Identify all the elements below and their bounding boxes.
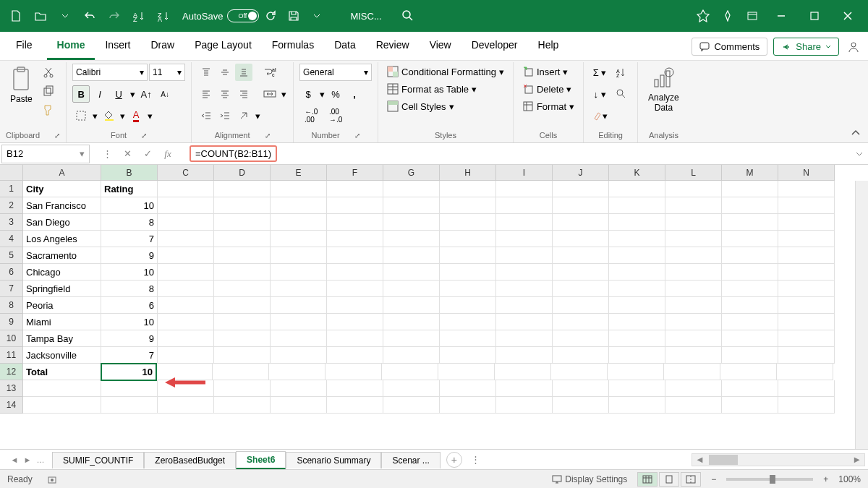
underline-button[interactable]: U [110, 85, 127, 103]
number-format-combo[interactable]: General▾ [299, 64, 372, 81]
row-header[interactable]: 3 [0, 214, 23, 231]
comments-button[interactable]: Comments [692, 38, 767, 56]
insert-cells-button[interactable]: Insert▾ [519, 64, 577, 80]
currency-icon[interactable]: $ [299, 85, 317, 103]
tab-draw[interactable]: Draw [140, 32, 184, 60]
cell[interactable]: 10 [101, 314, 158, 330]
fill-icon[interactable]: ↓ ▾ [590, 85, 610, 103]
alignment-launcher-icon[interactable]: ⤢ [265, 132, 271, 140]
row-header[interactable]: 12 [0, 364, 23, 380]
align-center-icon[interactable] [216, 85, 234, 103]
tab-review[interactable]: Review [366, 32, 420, 60]
row-header[interactable]: 4 [0, 231, 23, 247]
sheet-tab[interactable]: Scenar ... [381, 452, 440, 468]
percent-icon[interactable]: % [327, 85, 344, 103]
cell[interactable]: Miami [23, 314, 101, 330]
sheet-nav-more-icon[interactable]: … [35, 454, 46, 466]
currency-dropdown[interactable]: ▾ [318, 85, 326, 103]
orientation-icon[interactable] [235, 107, 252, 124]
view-normal-icon[interactable] [637, 472, 658, 487]
col-header-C[interactable]: C [158, 165, 214, 181]
col-header-E[interactable]: E [271, 165, 327, 181]
zoom-in-button[interactable]: + [823, 474, 828, 484]
align-top-icon[interactable] [197, 64, 215, 81]
row-header[interactable]: 13 [0, 380, 23, 397]
font-color-icon[interactable]: A [127, 107, 145, 124]
orientation-dropdown[interactable]: ▾ [254, 107, 261, 124]
borders-icon[interactable] [72, 107, 90, 124]
font-launcher-icon[interactable]: ⤢ [141, 132, 147, 140]
insert-function-icon[interactable]: fx [161, 147, 175, 161]
clear-icon[interactable]: ▾ [590, 107, 610, 124]
sort-filter-icon[interactable]: AZ [611, 64, 631, 81]
sort-asc-icon[interactable]: AZ [127, 4, 150, 27]
comma-icon[interactable]: , [346, 85, 363, 103]
refresh-icon[interactable] [259, 4, 282, 27]
fill-dropdown[interactable]: ▾ [119, 107, 126, 124]
select-all-corner[interactable] [0, 165, 23, 181]
row-header[interactable]: 1 [0, 181, 23, 197]
font-color-dropdown[interactable]: ▾ [146, 107, 153, 124]
close-button[interactable] [832, 0, 864, 32]
minimize-button[interactable] [765, 0, 797, 32]
row-header[interactable]: 6 [0, 264, 23, 281]
cell[interactable]: San Diego [23, 214, 101, 231]
display-settings-button[interactable]: Display Settings [552, 474, 627, 484]
number-launcher-icon[interactable]: ⤢ [354, 132, 360, 140]
col-header-B[interactable]: B [101, 165, 158, 181]
cell[interactable]: Los Angeles [23, 231, 101, 247]
cell-styles-button[interactable]: Cell Styles▾ [384, 98, 507, 114]
row-header[interactable]: 9 [0, 314, 23, 330]
borders-dropdown[interactable]: ▾ [91, 107, 98, 124]
cell[interactable]: 8 [101, 281, 158, 297]
increase-decimal-icon[interactable]: ←.0.00 [299, 107, 323, 124]
cut-icon[interactable] [40, 64, 57, 81]
font-name-combo[interactable]: Calibri▾ [72, 64, 148, 81]
cell[interactable]: 7 [101, 231, 158, 247]
autosum-icon[interactable]: Σ ▾ [590, 64, 610, 81]
fill-color-icon[interactable] [100, 107, 117, 124]
undo-icon[interactable] [78, 4, 101, 27]
autosave-toggle[interactable]: Off [227, 9, 259, 22]
conditional-formatting-button[interactable]: Conditional Formatting▾ [384, 64, 507, 80]
bold-button[interactable]: B [72, 85, 90, 103]
col-header-I[interactable]: I [496, 165, 553, 181]
cell[interactable]: Sacramento [23, 247, 101, 264]
view-page-layout-icon[interactable] [659, 472, 679, 487]
share-button[interactable]: Share [773, 38, 839, 56]
sheet-nav-first-icon[interactable]: ◄ [9, 454, 20, 466]
delete-cells-button[interactable]: Delete▾ [519, 81, 577, 97]
formula-options-icon[interactable]: ⋮ [100, 147, 114, 161]
cell[interactable]: City [23, 181, 101, 197]
wrap-text-icon[interactable]: abc [261, 64, 278, 81]
qat-more-icon[interactable] [305, 4, 328, 27]
align-middle-icon[interactable] [216, 64, 234, 81]
cell[interactable]: 6 [101, 297, 158, 314]
collapse-ribbon-icon[interactable] [843, 124, 868, 142]
col-header-A[interactable]: A [23, 165, 101, 181]
cell[interactable]: Total [23, 364, 101, 380]
row-header[interactable]: 7 [0, 281, 23, 297]
redo-icon[interactable] [103, 4, 126, 27]
sort-desc-icon[interactable]: ZA [152, 4, 175, 27]
search-box[interactable] [396, 7, 512, 25]
underline-dropdown-icon[interactable]: ▾ [129, 85, 136, 103]
cell[interactable]: 10 [101, 197, 158, 214]
col-header-G[interactable]: G [383, 165, 440, 181]
macro-record-icon[interactable] [47, 474, 57, 484]
sheet-tab[interactable]: Scenario Summary [286, 452, 381, 468]
view-page-break-icon[interactable] [681, 472, 701, 487]
enter-formula-icon[interactable]: ✓ [140, 147, 155, 161]
merge-icon[interactable] [261, 85, 278, 103]
sheet-tab-active[interactable]: Sheet6 [236, 451, 286, 469]
cell[interactable]: Tampa Bay [23, 330, 101, 347]
italic-button[interactable]: I [91, 85, 109, 103]
decrease-decimal-icon[interactable]: .00→.0 [324, 107, 347, 124]
increase-indent-icon[interactable] [216, 107, 234, 124]
col-header-J[interactable]: J [553, 165, 609, 181]
qat-dropdown-icon[interactable] [54, 4, 77, 27]
sheet-nav-prev-icon[interactable]: ► [22, 454, 33, 466]
decrease-font-icon[interactable]: A↓ [156, 85, 174, 103]
row-header[interactable]: 14 [0, 397, 23, 414]
analyze-data-button[interactable]: Analyze Data [644, 64, 684, 116]
